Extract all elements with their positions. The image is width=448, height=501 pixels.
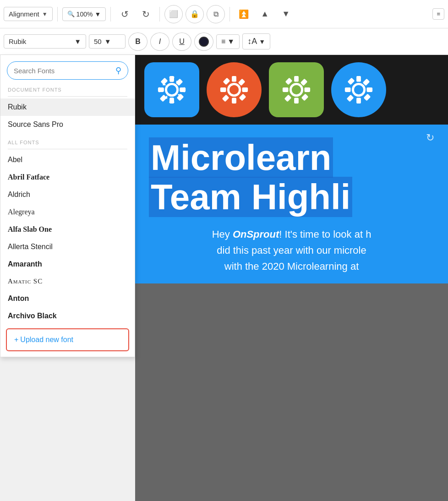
font-family-select[interactable]: Rubik ▼: [4, 34, 86, 49]
separator-2: [110, 7, 111, 22]
svg-rect-16: [222, 95, 229, 102]
font-item-aldrich[interactable]: Aldrich: [0, 186, 135, 203]
move-down-button[interactable]: ▼: [277, 5, 295, 23]
all-fonts-list: Abel Abril Fatface Aldrich Alegreya Alfa…: [0, 151, 135, 325]
svg-rect-28: [356, 76, 361, 82]
bold-button[interactable]: B: [128, 33, 148, 51]
gear-svg-blue2: [343, 74, 375, 106]
icon-blue-gear: [144, 62, 199, 117]
svg-rect-17: [238, 79, 246, 86]
svg-rect-8: [176, 79, 183, 86]
font-item-anton[interactable]: Anton: [0, 290, 135, 307]
slide-title-line2: Team Highli: [149, 177, 352, 217]
svg-rect-30: [345, 87, 351, 92]
reload-icon[interactable]: ↻: [426, 132, 434, 144]
svg-rect-15: [239, 94, 246, 101]
svg-rect-1: [169, 76, 174, 82]
document-fonts-label: DOCUMENT FONTS: [0, 84, 135, 94]
svg-point-18: [290, 84, 302, 95]
canvas-area: ↻ Microlearn Team Highli Hey OnSprout! I…: [135, 55, 448, 501]
underline-button[interactable]: U: [172, 33, 191, 51]
color-swatch: [199, 37, 209, 47]
align-icon: ≡: [221, 38, 225, 46]
svg-rect-25: [284, 95, 292, 102]
svg-rect-11: [232, 98, 236, 104]
font-family-label: Rubik: [9, 38, 26, 45]
font-dropdown-panel: ⚲ DOCUMENT FONTS Rubik Source Sans Pro A…: [0, 55, 135, 357]
font-item-amatic-sc[interactable]: Amatic SC: [0, 273, 135, 290]
copy-button[interactable]: ⧉: [207, 5, 225, 23]
separator-3: [159, 7, 160, 22]
svg-rect-26: [300, 79, 308, 86]
font-size-select[interactable]: 50 ▼: [89, 34, 126, 49]
svg-rect-4: [180, 87, 186, 92]
svg-rect-24: [301, 94, 309, 101]
zoom-select[interactable]: 🔍 100% ▼: [62, 7, 106, 21]
svg-point-0: [166, 84, 177, 95]
svg-rect-33: [364, 94, 371, 101]
font-size-label: 50: [94, 38, 102, 45]
zoom-arrow-icon: ▼: [94, 11, 101, 18]
font-arrow-icon: ▼: [74, 38, 81, 45]
font-item-abel[interactable]: Abel: [0, 151, 135, 169]
svg-rect-3: [158, 87, 164, 92]
font-item-source-sans-pro[interactable]: Source Sans Pro: [0, 116, 135, 133]
font-item-abril-fatface[interactable]: Abril Fatface: [0, 169, 135, 186]
separator-1: [57, 7, 58, 22]
svg-rect-22: [305, 87, 311, 92]
text-align-button[interactable]: ≡ ▼: [216, 34, 240, 49]
gear-svg-green: [280, 74, 312, 106]
svg-rect-12: [220, 87, 226, 92]
spacing-arrow-icon: ▼: [259, 38, 265, 45]
svg-rect-20: [294, 98, 299, 104]
alignment-arrow-icon: ▼: [42, 11, 48, 17]
list-format-button[interactable]: ≡: [432, 8, 444, 20]
search-icon: ⚲: [115, 65, 121, 76]
icons-row: [135, 55, 448, 125]
slide-title-line1: Microlearn: [149, 137, 333, 178]
spacing-icon: ↕A: [247, 37, 257, 46]
alignment-label: Alignment: [9, 10, 39, 18]
font-item-amaranth[interactable]: Amaranth: [0, 256, 135, 273]
lock-button[interactable]: 🔒: [186, 5, 204, 23]
move-up-button[interactable]: ▲: [256, 5, 274, 23]
italic-button[interactable]: I: [150, 33, 169, 51]
svg-rect-34: [347, 95, 354, 102]
svg-rect-10: [232, 76, 236, 82]
zoom-label: 100%: [76, 11, 93, 18]
upload-new-font-button[interactable]: + Upload new font: [6, 328, 129, 351]
search-input[interactable]: [14, 67, 112, 75]
svg-rect-35: [363, 79, 370, 86]
svg-rect-23: [285, 78, 293, 85]
size-arrow-icon: ▼: [104, 38, 111, 45]
separator-4: [229, 7, 230, 22]
font-item-allerta-stencil[interactable]: Allerta Stencil: [0, 238, 135, 256]
align-arrow-icon: ▼: [227, 38, 235, 46]
icon-green-gear: [269, 62, 324, 117]
svg-rect-13: [242, 87, 248, 92]
undo-button[interactable]: ↺: [115, 5, 134, 23]
svg-rect-31: [367, 87, 373, 92]
color-picker-button[interactable]: [194, 33, 213, 51]
svg-rect-32: [348, 78, 355, 85]
font-item-alfa-slab-one[interactable]: Alfa Slab One: [0, 221, 135, 238]
redo-button[interactable]: ↻: [137, 5, 155, 23]
move-top-button[interactable]: ⏫: [235, 5, 253, 23]
font-item-alegreya[interactable]: Alegreya: [0, 203, 135, 221]
crop-button[interactable]: ⬜: [164, 5, 183, 23]
all-fonts-label: ALL FONTS: [0, 137, 135, 147]
icon-orange-gear: [207, 62, 262, 117]
svg-rect-2: [169, 98, 174, 104]
icon-blue-circle-gear: [331, 62, 386, 117]
gear-svg-blue: [156, 74, 188, 106]
font-item-rubik[interactable]: Rubik: [0, 98, 135, 116]
svg-rect-5: [161, 78, 168, 85]
svg-rect-29: [356, 98, 361, 104]
alignment-select[interactable]: Alignment ▼: [4, 7, 53, 21]
line-spacing-button[interactable]: ↕A ▼: [242, 33, 270, 49]
font-item-archivo-black[interactable]: Archivo Black: [0, 307, 135, 325]
slide-title: Microlearn Team Highli: [149, 138, 434, 217]
svg-rect-7: [160, 95, 167, 102]
search-bar[interactable]: ⚲: [7, 61, 128, 80]
gear-svg-orange: [218, 74, 250, 106]
